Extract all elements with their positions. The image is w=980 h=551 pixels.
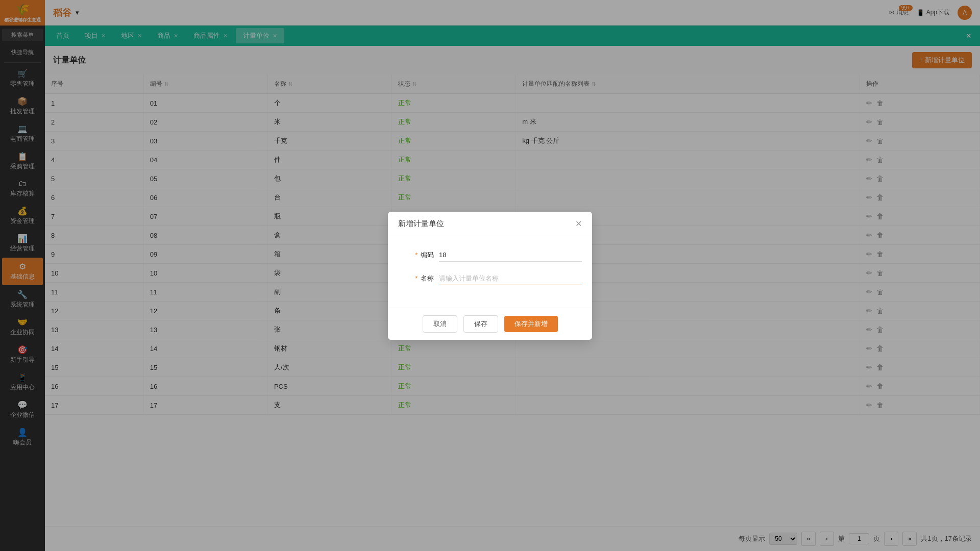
- add-unit-modal: 新增计量单位 ✕ * 编码 * 名称 取消 保存 保存并新增: [388, 212, 592, 340]
- modal-header: 新增计量单位 ✕: [388, 212, 592, 236]
- modal-close-button[interactable]: ✕: [575, 219, 582, 229]
- name-input[interactable]: [439, 272, 582, 285]
- save-button[interactable]: 保存: [463, 315, 498, 333]
- modal-body: * 编码 * 名称: [388, 236, 592, 308]
- required-marker-name: *: [415, 274, 418, 282]
- form-row-name: * 名称: [398, 272, 582, 285]
- modal-title: 新增计量单位: [398, 219, 444, 229]
- save-and-add-button[interactable]: 保存并新增: [504, 316, 558, 332]
- form-row-code: * 编码: [398, 248, 582, 262]
- modal-overlay[interactable]: 新增计量单位 ✕ * 编码 * 名称 取消 保存 保存并新增: [0, 0, 980, 551]
- cancel-button[interactable]: 取消: [423, 315, 457, 333]
- name-label: * 名称: [398, 274, 434, 283]
- code-label: * 编码: [398, 251, 434, 260]
- required-marker: *: [415, 251, 418, 259]
- modal-footer: 取消 保存 保存并新增: [388, 308, 592, 340]
- code-input[interactable]: [439, 248, 582, 262]
